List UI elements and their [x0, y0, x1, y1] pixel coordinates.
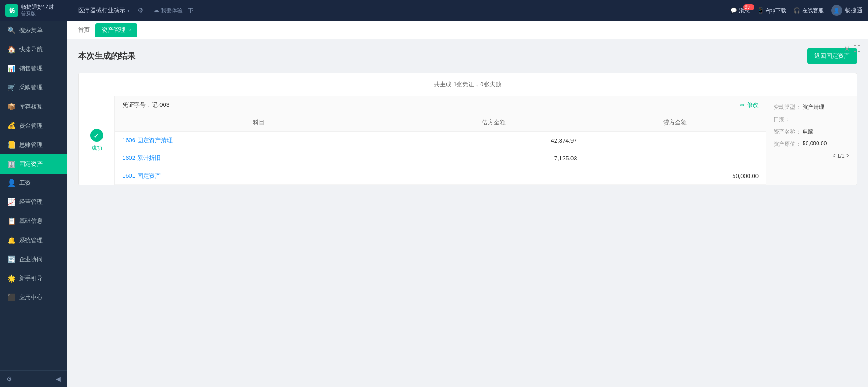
success-label: 成功	[91, 144, 102, 152]
close-button[interactable]: ✕	[844, 45, 850, 53]
debit-cell-1: 42,874.97	[403, 132, 585, 149]
change-type-value: 资产清理	[803, 104, 824, 111]
sidebar-label-quick-nav: 快捷导航	[19, 45, 43, 54]
edit-icon: ✏	[740, 102, 745, 109]
col-header-debit: 借方金额	[403, 114, 585, 132]
pagination[interactable]: < 1/1 >	[774, 153, 849, 159]
page-content: 本次生成的结果 返回固定资产 共生成 1张凭证，0张失败 ✓ 成功 凭证字号：记…	[67, 39, 868, 387]
expand-icon[interactable]: ⛶	[853, 45, 861, 53]
subject-cell-2[interactable]: 1602 累计折旧	[115, 149, 403, 167]
message-button[interactable]: 💬 消息 99+	[730, 7, 750, 15]
right-panel: 变动类型： 资产清理 日期： 资产名称： 电脑 资产原值：	[766, 96, 857, 185]
sales-icon: 📊	[7, 64, 15, 73]
debit-cell-2: 7,125.03	[403, 149, 585, 167]
sidebar-label-app-center: 应用中心	[19, 293, 43, 302]
sidebar-item-finance[interactable]: 💰 资金管理	[0, 116, 67, 135]
edit-button[interactable]: ✏ 修改	[740, 101, 759, 109]
tab-close-icon[interactable]: ×	[128, 27, 131, 33]
online-service-label: 在线客服	[802, 7, 824, 15]
sidebar-bottom: ⚙ ◀	[0, 370, 67, 387]
username: 畅捷通	[845, 6, 863, 15]
fixed-assets-icon: 🏢	[7, 160, 15, 168]
credit-cell-2	[584, 149, 766, 167]
settings-icon[interactable]: ⚙	[134, 4, 146, 17]
experience-button[interactable]: ☁ 我要体验一下	[150, 5, 197, 16]
subject-cell-1[interactable]: 1606 固定资产清理	[115, 132, 403, 149]
inventory-icon: 📦	[7, 103, 15, 111]
sidebar-item-search[interactable]: 🔍 搜索菜单	[0, 21, 67, 40]
app-download-button[interactable]: 📱 App下载	[757, 7, 786, 15]
sidebar-collapse-btn[interactable]: ◀	[56, 375, 61, 382]
sidebar-item-fixed-assets[interactable]: 🏢 固定资产	[0, 154, 67, 174]
success-icon: ✓	[90, 129, 103, 142]
basic-info-icon: 📋	[7, 217, 15, 225]
col-header-credit: 贷方金额	[584, 114, 766, 132]
app-center-icon: ⬛	[7, 293, 15, 302]
ledger-icon: 📒	[7, 141, 15, 149]
logo-edition: 普及版	[21, 10, 54, 17]
original-value-value: 50,000.00	[803, 140, 827, 148]
sidebar-item-inventory[interactable]: 📦 库存核算	[0, 97, 67, 116]
header-right: 💬 消息 99+ 📱 App下载 🎧 在线客服 👤 畅捷通	[730, 5, 863, 16]
subject-cell-3[interactable]: 1601 固定资产	[115, 167, 403, 185]
sidebar: 🔍 搜索菜单 🏠 快捷导航 📊 销售管理 🛒 采购管理 📦 库存核算 💰	[0, 21, 67, 387]
table-row: 1601 固定资产 50,000.00	[115, 167, 766, 185]
modal-controls: ✕ ⛶	[844, 45, 861, 53]
experience-label: 我要体验一下	[161, 7, 193, 15]
logo-name: 畅捷通好业财	[21, 4, 54, 11]
sidebar-item-basic-info[interactable]: 📋 基础信息	[0, 212, 67, 231]
online-service-button[interactable]: 🎧 在线客服	[794, 7, 824, 15]
sidebar-item-quick-nav[interactable]: 🏠 快捷导航	[0, 40, 67, 59]
sidebar-label-payroll: 工资	[19, 179, 31, 187]
chevron-down-icon: ▾	[127, 8, 130, 14]
headset-icon: 🎧	[794, 7, 800, 14]
logo-area: 畅 畅捷通好业财 普及版	[5, 4, 73, 18]
change-type-label: 变动类型：	[774, 104, 801, 111]
voucher-main: 凭证字号：记-003 ✏ 修改 科目 借方金额 贷	[115, 96, 766, 185]
sidebar-item-ledger[interactable]: 📒 总账管理	[0, 135, 67, 154]
voucher-table: 科目 借方金额 贷方金额 1606 固定资产清理 42,874.97	[115, 114, 766, 185]
sidebar-label-purchase: 采购管理	[19, 84, 43, 92]
system-icon: 🔔	[7, 236, 15, 244]
sidebar-item-enterprise[interactable]: 🔄 企业协同	[0, 250, 67, 269]
tab-home[interactable]: 首页	[74, 24, 94, 36]
table-row: 1606 固定资产清理 42,874.97	[115, 132, 766, 149]
debit-cell-3	[403, 167, 585, 185]
sidebar-item-app-center[interactable]: ⬛ 应用中心	[0, 288, 67, 307]
header-center: 医疗器械行业演示 ▾ ⚙ ☁ 我要体验一下	[73, 4, 730, 17]
voucher-number: 凭证字号：记-003	[122, 101, 169, 109]
sidebar-label-basic-info: 基础信息	[19, 217, 43, 225]
page-title: 本次生成的结果	[78, 50, 135, 61]
sidebar-item-guide[interactable]: 🌟 新手引导	[0, 269, 67, 288]
user-area[interactable]: 👤 畅捷通	[831, 5, 863, 16]
sidebar-item-system[interactable]: 🔔 系统管理	[0, 231, 67, 250]
sidebar-settings-btn[interactable]: ⚙	[6, 375, 12, 382]
sidebar-item-payroll[interactable]: 👤 工资	[0, 174, 67, 193]
asset-name-label: 资产名称：	[774, 128, 801, 136]
original-value-label: 资产原值：	[774, 140, 801, 148]
date-label: 日期：	[774, 116, 790, 124]
sidebar-item-operations[interactable]: 📈 经营管理	[0, 193, 67, 212]
sidebar-item-purchase[interactable]: 🛒 采购管理	[0, 78, 67, 97]
voucher-header-row: 凭证字号：记-003 ✏ 修改	[115, 96, 766, 114]
logo-icon: 畅	[5, 4, 18, 17]
avatar: 👤	[831, 5, 842, 16]
search-icon: 🔍	[7, 26, 15, 35]
page-title-bar: 本次生成的结果 返回固定资产	[78, 48, 857, 64]
company-selector[interactable]: 医疗器械行业演示 ▾	[78, 6, 130, 15]
change-type-row: 变动类型： 资产清理	[774, 104, 849, 111]
message-icon: 💬	[730, 7, 737, 14]
sidebar-label-finance: 资金管理	[19, 122, 43, 130]
table-row: 1602 累计折旧 7,125.03	[115, 149, 766, 167]
voucher-status: ✓ 成功	[79, 96, 115, 185]
sidebar-item-sales[interactable]: 📊 销售管理	[0, 59, 67, 78]
main-layout: 🔍 搜索菜单 🏠 快捷导航 📊 销售管理 🛒 采购管理 📦 库存核算 💰	[0, 21, 868, 387]
purchase-icon: 🛒	[7, 84, 15, 92]
sidebar-label-search: 搜索菜单	[19, 26, 43, 35]
cloud-icon: ☁	[154, 7, 159, 14]
operations-icon: 📈	[7, 198, 15, 206]
tab-asset-management[interactable]: 资产管理 ×	[95, 23, 137, 37]
col-header-subject: 科目	[115, 114, 403, 132]
content-area: 首页 资产管理 × 本次生成的结果 返回固定资产 共生成 1张凭证，0张失败 ✓	[67, 21, 868, 387]
home-icon: 🏠	[7, 45, 15, 54]
